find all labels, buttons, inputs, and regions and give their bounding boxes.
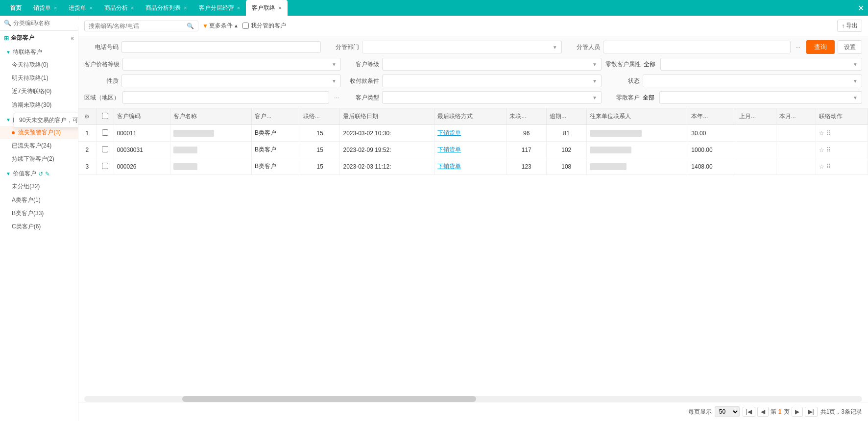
tab-analysis[interactable]: 商品分析 ×	[98, 0, 140, 16]
sidebar-group-value: ▼ 价值客户 ↺ ✎ 未分组(32) A类客户(1) B类客户(33) C类客户…	[0, 167, 78, 234]
prev-page-btn[interactable]: ◀	[757, 407, 769, 417]
close-customer-tier-tab[interactable]: ×	[237, 5, 240, 11]
refresh-icon[interactable]: ↺	[38, 171, 43, 177]
filter-price-level-select[interactable]: ▼	[122, 58, 341, 71]
row-this-month	[776, 142, 816, 158]
more-actions-icon[interactable]: ⠿	[826, 130, 831, 137]
sidebar-item-lost-warning[interactable]: 流失预警客户(3)	[0, 126, 78, 139]
level-arrow: ▼	[592, 62, 597, 67]
export-button[interactable]: ↑ 导出	[837, 20, 862, 32]
sidebar-item-a-class[interactable]: A类客户(1)	[0, 194, 78, 207]
filter-retail: 零散客户 全部 ▼	[605, 91, 862, 104]
close-analysis-tab[interactable]: ×	[131, 5, 134, 11]
first-page-btn[interactable]: |◀	[743, 407, 755, 417]
filter-person-more[interactable]: ···	[794, 44, 802, 50]
filter-region-select[interactable]	[122, 91, 329, 104]
filter-dept-select[interactable]: ▼	[362, 41, 561, 53]
scrollbar-thumb[interactable]	[182, 396, 476, 402]
th-unit-contact: 往来单位联系人	[586, 108, 688, 125]
select-all-checkbox[interactable]	[102, 113, 108, 119]
row-select-checkbox[interactable]	[102, 163, 108, 169]
more-actions-icon[interactable]: ⠿	[826, 163, 831, 170]
sidebar-item-overdue[interactable]: 逾期未联络(30)	[0, 99, 78, 112]
sidebar-item-unsorted[interactable]: 未分组(32)	[0, 180, 78, 193]
last-page-btn[interactable]: ▶|	[805, 407, 818, 417]
more-conditions-btn[interactable]: ▼ 更多条件 ▲	[202, 22, 239, 30]
close-purchase-tab[interactable]: ×	[89, 5, 92, 11]
arrow-icon-3: ▼	[6, 171, 11, 176]
row-last-method: 下销货单	[434, 142, 506, 158]
row-overdue: 108	[546, 158, 586, 175]
close-analysis-list-tab[interactable]: ×	[184, 5, 187, 11]
close-customer-contact-tab[interactable]: ×	[278, 5, 281, 11]
more-actions-icon[interactable]: ⠿	[826, 147, 831, 153]
query-button[interactable]: 查询	[806, 40, 835, 54]
arrow-icon: ▼	[6, 50, 11, 55]
close-sales-tab[interactable]: ×	[54, 5, 57, 11]
sidebar-item-c-class[interactable]: C类客户(6)	[0, 220, 78, 233]
tab-analysis-list[interactable]: 商品分析列表 ×	[140, 0, 193, 16]
sidebar-item-b-class[interactable]: B类客户(33)	[0, 207, 78, 220]
th-checkbox	[96, 108, 114, 125]
total-info: 共1页，3条记录	[820, 408, 862, 416]
edit-icon[interactable]: ✎	[45, 171, 50, 177]
row-num: 1	[78, 125, 96, 142]
row-overdue: 102	[546, 142, 586, 158]
filter-payment-label: 收付款条件	[345, 77, 379, 85]
pagination: 每页显示 50 100 200 |◀ ◀ 第 1 页 ▶ ▶| 共1页，3条记录	[78, 402, 868, 421]
next-page-btn[interactable]: ▶	[792, 407, 803, 417]
page-nav: |◀ ◀ 第 1 页 ▶ ▶|	[743, 407, 818, 417]
sidebar-item-declining[interactable]: 持续下滑客户(2)	[0, 152, 78, 166]
contact-icon[interactable]: ☆	[819, 163, 824, 170]
filter-retail-attr-select[interactable]: ▼	[660, 58, 862, 71]
main-search-icon[interactable]: 🔍	[187, 23, 194, 29]
sidebar-collapse-icon[interactable]: «	[71, 35, 74, 42]
contact-icon[interactable]: ☆	[819, 130, 824, 137]
sidebar-item-week[interactable]: 近7天待联络(0)	[0, 85, 78, 98]
per-page-select[interactable]: 50 100 200	[715, 406, 740, 417]
customer-type-arrow: ▼	[592, 95, 597, 100]
tab-customer-contact[interactable]: 客户联络 ×	[246, 0, 287, 16]
horizontal-scrollbar[interactable]	[84, 396, 862, 402]
th-overdue: 逾期...	[546, 108, 586, 125]
row-select-checkbox[interactable]	[102, 129, 108, 136]
contact-icon[interactable]: ☆	[819, 147, 824, 153]
my-customers-toggle[interactable]: 我分管的客户	[242, 22, 286, 30]
sidebar-item-today[interactable]: 今天待联络(0)	[0, 58, 78, 72]
sidebar-group-pending-title[interactable]: ▼ 待联络客户	[0, 46, 78, 58]
sidebar-item-lost[interactable]: 已流失客户(24)	[0, 139, 78, 152]
filter-retail-select[interactable]: ▼	[659, 91, 862, 104]
filter-person-select[interactable]	[603, 41, 791, 53]
contact-method-link[interactable]: 下销货单	[437, 129, 461, 136]
main-layout: 🔍 ⊞ 全部客户 « ▼ 待联络客户 今天待联络(0) 明天待联络(1)	[0, 16, 868, 421]
sidebar-all-customers[interactable]: ⊞ 全部客户 «	[0, 31, 78, 45]
contact-method-link[interactable]: 下销货单	[437, 163, 461, 170]
sidebar-search-input[interactable]	[13, 20, 87, 26]
th-settings[interactable]: ⚙	[78, 108, 96, 125]
main-search-input[interactable]	[89, 23, 187, 29]
search-input-wrap: 🔍	[84, 21, 198, 31]
filter-retail-attr-label: 零散客户属性	[605, 60, 641, 69]
window-close-button[interactable]: ✕	[858, 3, 864, 13]
tab-customer-tier[interactable]: 客户分层经营 ×	[193, 0, 246, 16]
contact-method-link[interactable]: 下销货单	[437, 146, 461, 153]
my-customers-checkbox[interactable]	[242, 23, 249, 29]
settings-button[interactable]: 设置	[838, 40, 862, 54]
filter-phone-input[interactable]	[121, 41, 321, 53]
filter-level-select[interactable]: ▼	[382, 58, 602, 71]
filter-status-select[interactable]: ▼	[643, 74, 862, 87]
table-settings-icon[interactable]: ⚙	[84, 113, 90, 120]
row-select-checkbox[interactable]	[102, 146, 108, 152]
row-last-month	[736, 142, 776, 158]
filter-region-more[interactable]: ···	[332, 94, 341, 101]
filter-customer-type-select[interactable]: ▼	[382, 91, 602, 104]
filter-payment-select[interactable]: ▼	[382, 74, 602, 87]
filter-nature-select[interactable]: ▼	[121, 74, 341, 87]
filter-person: 分管人员 ···	[566, 41, 802, 53]
filter-level-label: 客户等级	[345, 60, 379, 69]
tab-home[interactable]: 首页	[4, 0, 27, 16]
tab-purchase[interactable]: 进货单 ×	[63, 0, 98, 16]
sidebar-group-value-title[interactable]: ▼ 价值客户 ↺ ✎	[0, 168, 78, 180]
sidebar-item-tomorrow[interactable]: 明天待联络(1)	[0, 72, 78, 85]
tab-sales[interactable]: 销货单 ×	[27, 0, 63, 16]
